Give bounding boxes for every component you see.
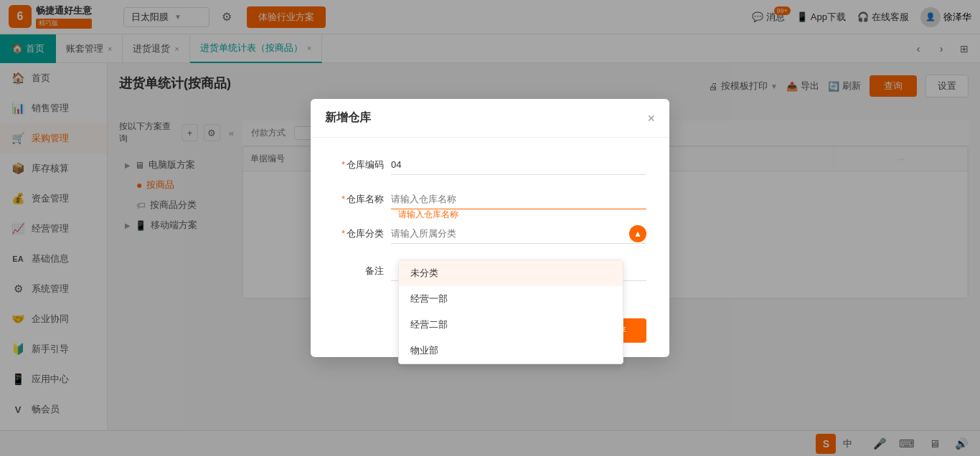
warehouse-code-input[interactable] xyxy=(391,155,646,175)
warehouse-category-label: *仓库分类 xyxy=(334,227,391,240)
category-option-ops2[interactable]: 经营二部 xyxy=(399,312,623,338)
required-star-code: * xyxy=(341,159,345,170)
warehouse-name-input[interactable] xyxy=(391,189,646,209)
modal-body: *仓库编码 *仓库名称 请输入仓库名称 *仓库分类 ▲ 未分类 xyxy=(311,138,669,310)
category-dropdown-list: 未分类 经营一部 经营二部 物业部 xyxy=(398,260,623,364)
modal-add-warehouse: 新增仓库 × *仓库编码 *仓库名称 请输入仓库名称 *仓库分类 ▲ xyxy=(311,99,669,357)
warehouse-name-label: *仓库名称 xyxy=(334,193,391,206)
category-option-property[interactable]: 物业部 xyxy=(399,338,623,364)
required-star-name: * xyxy=(341,194,345,204)
category-option-unclassified[interactable]: 未分类 xyxy=(399,260,623,286)
notes-label: 备注 xyxy=(334,265,391,277)
category-input[interactable] xyxy=(391,224,646,244)
category-option-ops1[interactable]: 经营一部 xyxy=(399,286,623,312)
modal-close-button[interactable]: × xyxy=(647,112,655,125)
warehouse-code-label: *仓库编码 xyxy=(334,158,391,171)
category-wrapper: ▲ xyxy=(391,224,646,244)
warehouse-name-error-msg: 请输入仓库名称 xyxy=(398,209,458,221)
warehouse-name-row: *仓库名称 请输入仓库名称 xyxy=(334,189,646,209)
warehouse-code-row: *仓库编码 xyxy=(334,155,646,175)
modal-header: 新增仓库 × xyxy=(311,99,669,138)
modal-title: 新增仓库 xyxy=(325,110,371,125)
category-toggle-button[interactable]: ▲ xyxy=(629,225,646,242)
required-star-cat: * xyxy=(341,228,345,239)
warehouse-category-row: *仓库分类 ▲ 未分类 经营一部 经营二部 物业部 xyxy=(334,224,646,244)
